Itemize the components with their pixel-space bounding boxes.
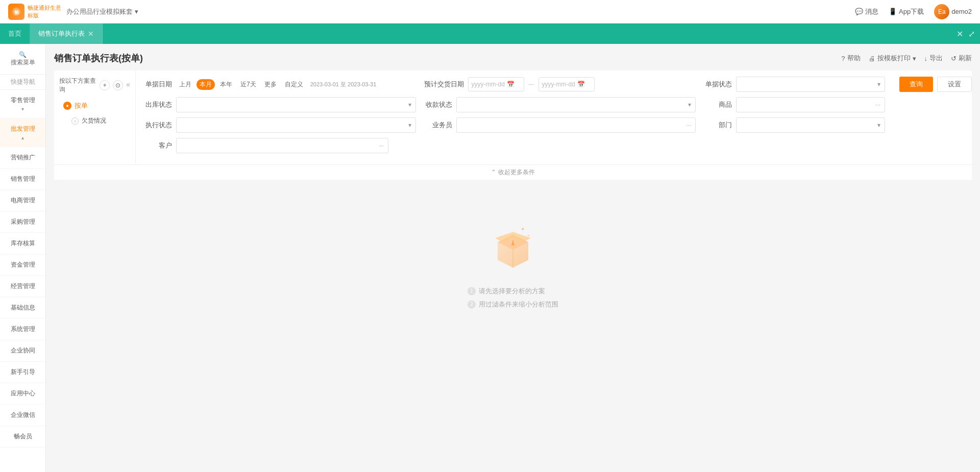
customer-input[interactable]: ··· [176, 138, 388, 153]
tab-close-all-icon[interactable]: ✕ [957, 29, 963, 39]
salesperson-group: 业务员 ··· [424, 117, 696, 133]
empty-tip-1: 1 请先选择要分析的方案 [468, 285, 558, 298]
sidebar-item-vip[interactable]: 畅会员 [0, 426, 45, 447]
page-title-actions: ? 帮助 🖨 按模板打印 ▾ ↓ 导出 ↺ 刷新 [841, 54, 972, 63]
workspace-selector[interactable]: 办公用品行业模拟账套 ▾ [66, 7, 138, 16]
user-profile[interactable]: Ea demo2 [934, 4, 972, 19]
print-button[interactable]: 🖨 按模板打印 ▾ [869, 54, 916, 63]
date-tab-last-month[interactable]: 上月 [176, 79, 194, 90]
svg-text:✦: ✦ [527, 233, 530, 238]
export-button[interactable]: ↓ 导出 [924, 54, 943, 63]
tab-bar: 首页 销售订单执行表 ✕ ✕ ⤢ [0, 23, 980, 44]
date-tabs: 上月 本月 本年 近7天 更多 自定义 [176, 79, 306, 90]
tab-sales-order[interactable]: 销售订单执行表 ✕ [30, 23, 103, 44]
sidebar-item-marketing[interactable]: 营销推广 [0, 147, 45, 169]
sidebar-item-inventory[interactable]: 库存核算 [0, 233, 45, 254]
scheme-edit-button[interactable]: ⊙ [113, 80, 123, 90]
workspace-name: 办公用品行业模拟账套 [66, 7, 133, 16]
dept-label: 部门 [704, 121, 732, 130]
sidebar-item-basic-info[interactable]: 基础信息 [0, 297, 45, 319]
salesperson-input[interactable]: ··· [456, 117, 696, 133]
sidebar-item-app-center[interactable]: 应用中心 [0, 383, 45, 405]
sidebar-item-ecommerce[interactable]: 电商管理 [0, 190, 45, 211]
date-tab-more[interactable]: 更多 [261, 79, 280, 90]
date-tab-this-month[interactable]: 本月 [197, 79, 215, 90]
logo-text: 畅捷通好生意 标版 [28, 4, 61, 19]
sidebar-item-purchase[interactable]: 采购管理 [0, 211, 45, 233]
scheme-item-by-order[interactable]: ● 按单 [59, 98, 130, 113]
settings-button[interactable]: 设置 [937, 77, 972, 92]
tab-home[interactable]: 首页 [0, 23, 30, 44]
app-download-button[interactable]: 📱 App下载 [889, 7, 924, 16]
sidebar-item-enterprise-collab[interactable]: 企业协同 [0, 340, 45, 362]
print-chevron-icon: ▾ [913, 55, 916, 62]
refresh-button[interactable]: ↺ 刷新 [951, 54, 972, 63]
sidebar-quick-nav[interactable]: 快捷导航 [0, 75, 45, 90]
tab-bar-actions: ✕ ⤢ [957, 23, 980, 44]
payment-status-select[interactable]: ▾ [456, 97, 696, 112]
order-status-group: 单据状态 ▾ [704, 77, 885, 92]
help-button[interactable]: ? 帮助 [841, 54, 860, 63]
goods-input[interactable]: ··· [736, 97, 885, 112]
filter-row-1: 单据日期 上月 本月 本年 近7天 更多 自定义 [144, 77, 885, 92]
date-tab-this-year[interactable]: 本年 [217, 79, 235, 90]
tab-sales-order-label: 销售订单执行表 [38, 29, 85, 38]
exec-status-label: 执行状态 [144, 121, 172, 130]
refresh-icon: ↺ [951, 55, 957, 62]
date-tab-7days[interactable]: 近7天 [237, 79, 259, 90]
tip-num-2: 2 [468, 300, 476, 309]
sidebar-item-system[interactable]: 系统管理 [0, 319, 45, 340]
query-button[interactable]: 查询 [899, 77, 933, 92]
sidebar-item-retail[interactable]: 零售管理 ▾ [0, 90, 45, 119]
retail-arrow-icon: ▾ [21, 106, 24, 112]
exec-status-select[interactable]: ▾ [176, 117, 416, 133]
scheme-item-shortage[interactable]: ○ 欠货情况 [59, 113, 130, 128]
main-layout: 🔍 搜索菜单 快捷导航 零售管理 ▾ 批发管理 ▴ 营销推广 销售管理 电商管理… [0, 44, 980, 472]
search-menu-button[interactable]: 🔍 搜索菜单 [4, 49, 41, 69]
date-tab-custom[interactable]: 自定义 [282, 79, 306, 90]
salesperson-more-icon: ··· [686, 122, 691, 129]
empty-box-icon: ✦ ✦ [490, 227, 536, 273]
print-icon: 🖨 [869, 55, 875, 62]
scheme-sub-dot: ○ [71, 117, 79, 125]
predicted-date-from[interactable]: yyyy-mm-dd 📅 [468, 77, 524, 91]
payment-status-group: 收款状态 ▾ [424, 97, 696, 112]
filter-row-3: 执行状态 ▾ 业务员 ··· [144, 117, 885, 133]
sidebar-item-sales[interactable]: 销售管理 [0, 169, 45, 190]
scheme-collapse-button[interactable]: « [126, 80, 130, 90]
sidebar-item-wechat[interactable]: 企业微信 [0, 405, 45, 426]
sidebar-item-wholesale[interactable]: 批发管理 ▴ [0, 119, 45, 147]
page-title: 销售订单执行表(按单) [54, 52, 143, 64]
wholesale-label: 批发管理 [11, 125, 35, 133]
collapse-bar[interactable]: ⌃ 收起更多条件 [54, 164, 972, 180]
customer-more-icon: ··· [379, 142, 384, 149]
sidebar-item-operations[interactable]: 经营管理 [0, 276, 45, 297]
tab-close-icon[interactable]: ✕ [88, 30, 94, 37]
message-button[interactable]: 💬 消息 [855, 7, 878, 16]
calendar-icon-2: 📅 [577, 81, 585, 88]
exec-chevron-icon: ▾ [408, 122, 411, 129]
calendar-icon: 📅 [507, 81, 514, 88]
dept-group: 部门 ▾ [704, 117, 885, 133]
page-title-bar: 销售订单执行表(按单) ? 帮助 🖨 按模板打印 ▾ ↓ 导出 [54, 52, 972, 64]
scheme-add-button[interactable]: + [100, 80, 110, 90]
stock-status-select[interactable]: ▾ [176, 97, 416, 112]
empty-tip-2: 2 用过滤条件来缩小分析范围 [468, 298, 558, 311]
tab-expand-icon[interactable]: ⤢ [968, 29, 975, 39]
filter-row-4: 客户 ··· [144, 138, 885, 153]
order-status-select[interactable]: ▾ [736, 77, 885, 92]
stock-status-chevron-icon: ▾ [408, 101, 411, 108]
scheme-panel-actions: + ⊙ « [100, 80, 130, 90]
predicted-date-label: 预计交货日期 [424, 80, 464, 89]
dept-select[interactable]: ▾ [736, 117, 885, 133]
top-header: 畅 畅捷通好生意 标版 办公用品行业模拟账套 ▾ 💬 消息 📱 App下载 Ea… [0, 0, 980, 23]
sidebar-item-finance[interactable]: 资金管理 [0, 254, 45, 276]
salesperson-label: 业务员 [424, 121, 452, 130]
scheme-item-dot-active: ● [63, 102, 71, 110]
sidebar-item-onboarding[interactable]: 新手引导 [0, 362, 45, 383]
payment-status-label: 收款状态 [424, 100, 452, 109]
predicted-date-to[interactable]: yyyy-mm-dd 📅 [538, 77, 595, 91]
help-icon: ? [841, 55, 845, 62]
avatar: Ea [934, 4, 949, 19]
tip-text-2: 用过滤条件来缩小分析范围 [479, 298, 558, 311]
